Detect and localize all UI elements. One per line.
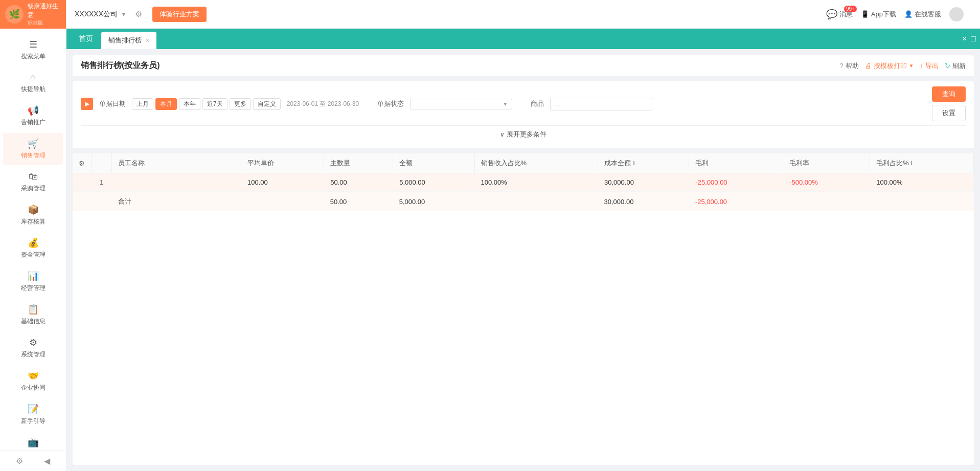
svg-text:🌿: 🌿 [9, 9, 20, 20]
settings-btn[interactable]: 设置 [932, 105, 966, 121]
table-container: ⚙ 员工名称 平均单价 主数量 全额 销售收入占比% 成本全额 ℹ [73, 153, 974, 465]
window-close-btn[interactable]: × [962, 34, 967, 43]
gross-pct-info-icon[interactable]: ℹ [910, 160, 913, 166]
filter-collapse-btn[interactable]: ▶ [81, 98, 93, 110]
sidebar-item-guide[interactable]: 📝 新手引导 [3, 398, 63, 431]
date-range-display: 2023-06-01 至 2023-06-30 [287, 100, 359, 108]
topbar-gear-icon[interactable]: ⚙ [135, 9, 142, 19]
online-service-btn[interactable]: 👤 在线客服 [904, 10, 941, 19]
sidebar-item-app-center[interactable]: 📺 应用中心 [3, 432, 63, 451]
filter-collapse-icon: ▶ [85, 100, 89, 107]
print-icon: 🖨 [865, 62, 872, 70]
sidebar-item-cooperation-label: 企业协同 [21, 384, 45, 392]
goods-input[interactable]: ... [550, 98, 652, 110]
current-year-btn[interactable]: 本年 [179, 98, 200, 110]
filter-row-1: ▶ 单据日期 上月 本月 本年 近7天 更多 自定义 2023-06-01 至 … [81, 86, 966, 121]
table-footer-row: 合计 50.00 5,000.00 30,000.00 -25,000.00 [73, 192, 974, 212]
row-gross-pct: 100.00% [870, 173, 974, 192]
help-label: 帮助 [846, 61, 859, 71]
sales-rank-table: ⚙ 员工名称 平均单价 主数量 全额 销售收入占比% 成本全额 ℹ [73, 153, 974, 211]
tab-sales-rank[interactable]: 销售排行榜 × [101, 32, 156, 49]
tab-home[interactable]: 首页 [71, 29, 101, 49]
basic-info-icon: 📋 [28, 304, 39, 315]
sidebar-item-operations[interactable]: 📊 经营管理 [3, 265, 63, 298]
expand-down-icon: ∨ [500, 131, 505, 138]
sidebar-item-marketing[interactable]: 📢 营销推广 [3, 100, 63, 132]
cost-info-icon[interactable]: ℹ [633, 160, 635, 166]
search-menu-icon: ☰ [29, 39, 37, 50]
sidebar-item-basic-info[interactable]: 📋 基础信息 [3, 299, 63, 331]
help-icon: ? [839, 62, 843, 70]
export-btn[interactable]: ↑ 导出 [920, 61, 939, 71]
template-print-btn[interactable]: 🖨 按模板打印 ▼ [865, 61, 914, 71]
table-row: 1 100.00 50.00 5,000.00 100.00% 30,000.0… [73, 173, 974, 192]
inventory-icon: 📦 [28, 204, 39, 215]
more-date-btn[interactable]: 更多 [230, 98, 251, 110]
system-icon: ⚙ [29, 337, 37, 348]
current-month-btn[interactable]: 本月 [155, 98, 177, 110]
row-rank: 1 [92, 173, 112, 192]
status-filter-label: 单据状态 [377, 99, 404, 108]
sales-icon: 🛒 [28, 138, 39, 149]
topbar-right: 💬 消息 99+ 📱 App下载 👤 在线客服 [826, 7, 972, 21]
message-badge: 99+ [844, 6, 857, 12]
row-cost: 30,000.00 [598, 173, 689, 192]
sidebar-item-finance[interactable]: 💰 资金管理 [3, 232, 63, 264]
logo-name: 畅康通好生意 [28, 2, 61, 19]
app-download-btn[interactable]: 📱 App下载 [861, 10, 896, 19]
logo-icon: 🌿 [5, 5, 24, 24]
sidebar-item-cooperation[interactable]: 🤝 企业协同 [3, 365, 63, 397]
col-gross-rate: 毛利率 [783, 153, 870, 173]
sidebar-item-search[interactable]: ☰ 搜索菜单 [3, 34, 63, 66]
query-btn[interactable]: 查询 [932, 86, 966, 102]
expand-more-btn[interactable]: ∨ 展开更多条件 [500, 128, 546, 141]
purchase-icon: 🛍 [29, 171, 38, 182]
footer-total-amount: 5,000.00 [393, 192, 474, 212]
date-quick-btns: 上月 本月 本年 近7天 更多 自定义 [132, 98, 281, 110]
col-employee-name: 员工名称 [112, 153, 241, 173]
filter-bar: ▶ 单据日期 上月 本月 本年 近7天 更多 自定义 2023-06-01 至 … [73, 81, 974, 148]
last7-btn[interactable]: 近7天 [202, 98, 227, 110]
last-month-btn[interactable]: 上月 [132, 98, 153, 110]
avatar[interactable] [949, 7, 964, 21]
sidebar-item-purchase-label: 采购管理 [21, 184, 45, 193]
page-header: 销售排行榜(按业务员) ? 帮助 🖨 按模板打印 ▼ ↑ 导出 ↻ 刷新 [73, 55, 974, 76]
trial-btn[interactable]: 体验行业方案 [152, 7, 207, 22]
custom-date-btn[interactable]: 自定义 [253, 98, 281, 110]
sidebar-item-finance-label: 资金管理 [21, 251, 45, 259]
logo-sub: 标准版 [28, 19, 61, 27]
sidebar-item-inventory-label: 库存核算 [21, 217, 45, 226]
company-selector[interactable]: XXXXXX公司 ▼ [75, 10, 127, 19]
help-btn[interactable]: ? 帮助 [839, 61, 858, 71]
main-area: XXXXXX公司 ▼ ⚙ 体验行业方案 💬 消息 99+ 📱 App下载 👤 在… [66, 0, 980, 471]
footer-total-quantity: 50.00 [324, 192, 393, 212]
col-settings[interactable]: ⚙ [73, 153, 92, 173]
col-settings-icon: ⚙ [79, 160, 85, 167]
sidebar-item-operations-label: 经营管理 [21, 284, 45, 293]
footer-empty-5 [783, 192, 870, 212]
template-print-label: 按模板打印 [874, 61, 907, 71]
col-sales-pct: 销售收入占比% [474, 153, 598, 173]
message-btn[interactable]: 💬 消息 99+ [826, 9, 853, 20]
status-select[interactable]: ▼ [410, 99, 512, 109]
refresh-icon: ↻ [945, 62, 950, 70]
sidebar-logo: 🌿 畅康通好生意 标准版 [0, 0, 66, 29]
row-gross: -25,000.00 [689, 173, 783, 192]
sidebar-item-sales[interactable]: 🛒 销售管理 [3, 133, 63, 165]
sidebar-settings-btn[interactable]: ⚙ [16, 456, 23, 466]
sidebar-item-inventory[interactable]: 📦 库存核算 [3, 199, 63, 231]
sidebar-item-purchase[interactable]: 🛍 采购管理 [3, 166, 63, 198]
sidebar-collapse-btn[interactable]: ◀ [44, 456, 50, 466]
expand-more-label: 展开更多条件 [507, 130, 546, 139]
sidebar-item-system[interactable]: ⚙ 系统管理 [3, 332, 63, 364]
finance-icon: 💰 [28, 237, 39, 249]
footer-empty-6 [870, 192, 974, 212]
sidebar-item-sales-label: 销售管理 [21, 151, 45, 160]
row-amount: 5,000.00 [393, 173, 474, 192]
refresh-btn[interactable]: ↻ 刷新 [945, 61, 966, 71]
tab-close-icon[interactable]: × [146, 37, 149, 44]
footer-empty-3 [241, 192, 324, 212]
window-maximize-btn[interactable]: □ [971, 34, 976, 43]
footer-total-cost: 30,000.00 [598, 192, 689, 212]
sidebar-item-quick-nav[interactable]: ⌂ 快捷导航 [3, 67, 63, 99]
